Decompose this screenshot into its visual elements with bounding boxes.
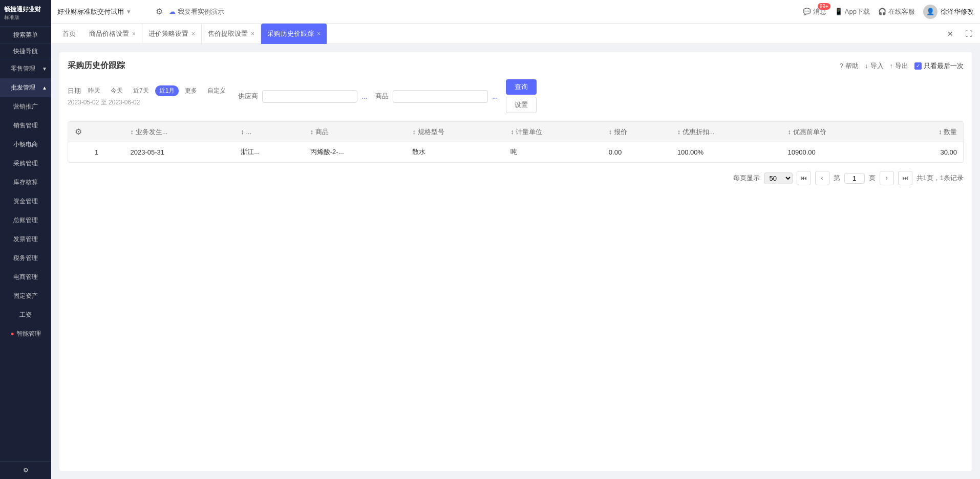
help-button[interactable]: ? 帮助: [840, 61, 859, 71]
table-header-unit-price[interactable]: ↕ 优惠前单价: [782, 122, 895, 142]
date-filter-group: 日期 昨天 今天 近7天 近1月 更多 自定义 2023-05-02 至 202…: [68, 85, 230, 107]
chevron-up-icon: ▲: [42, 85, 47, 91]
data-table: ⚙ ↕ 业务发生... ↕ ...: [68, 121, 964, 163]
page-suffix: 页: [869, 173, 876, 183]
query-button[interactable]: 查询: [506, 79, 537, 95]
page-actions: ? 帮助 ↓ 导入 ↑ 导出 ✓ 只看最后一次: [840, 61, 964, 71]
row-extra: 浙江...: [235, 142, 304, 162]
tab-close-icon[interactable]: ×: [251, 30, 254, 37]
table-header-index: [89, 122, 124, 142]
date-option-more[interactable]: 更多: [181, 85, 201, 96]
row-unit: 吨: [504, 142, 603, 162]
table-header-quantity[interactable]: ↕ 数量: [894, 122, 963, 142]
logo-subtitle: 标准版: [4, 14, 41, 21]
sidebar-item-ecommerce-small[interactable]: 小畅电商: [0, 135, 51, 154]
tab-history-price[interactable]: 采购历史价跟踪 ×: [261, 24, 327, 44]
sidebar-item-assets[interactable]: 固定资产: [0, 287, 51, 306]
table-header-settings[interactable]: ⚙: [68, 122, 89, 142]
date-option-yesterday[interactable]: 昨天: [84, 85, 104, 96]
export-button[interactable]: ↑ 导出: [890, 61, 909, 71]
tab-close-icon[interactable]: ×: [317, 30, 321, 37]
tab-close-icon[interactable]: ×: [191, 30, 195, 37]
table-header-discount[interactable]: ↕ 优惠折扣...: [671, 122, 782, 142]
prev-page-button[interactable]: ‹: [815, 171, 829, 185]
topbar-right: 💬 消息 99+ 📱 App下载 🎧 在线客服 👤 徐泽华修改: [803, 5, 974, 19]
table-header-extra[interactable]: ↕ ...: [235, 122, 304, 142]
sidebar-item-wholesale[interactable]: 批发管理 ▲: [0, 78, 51, 97]
sidebar-item-inventory[interactable]: 库存核算: [0, 173, 51, 192]
row-product: 丙烯酸-2-...: [304, 142, 407, 162]
product-more-btn[interactable]: ...: [492, 93, 498, 100]
sidebar-item-smart[interactable]: ●智能管理: [0, 324, 51, 343]
sidebar-item-ecommerce[interactable]: 电商管理: [0, 268, 51, 287]
sidebar-search[interactable]: 搜索菜单: [0, 27, 51, 44]
sidebar-item-marketing[interactable]: 营销推广: [0, 97, 51, 116]
user-info[interactable]: 👤 徐泽华修改: [923, 5, 974, 19]
customer-service-button[interactable]: 🎧 在线客服: [878, 7, 915, 16]
tab-sale-price[interactable]: 售价提取设置 ×: [202, 24, 261, 44]
tabbar: 首页 商品价格设置 × 进价策略设置 × 售价提取设置 × 采购历史价跟踪 × …: [51, 24, 980, 44]
table-header-product[interactable]: ↕ 商品: [304, 122, 407, 142]
tab-close-icon[interactable]: ×: [132, 30, 136, 37]
red-dot-icon: ●: [10, 330, 14, 337]
sidebar-item-ledger[interactable]: 总账管理: [0, 211, 51, 230]
sidebar-quick-nav[interactable]: 快捷导航: [0, 44, 51, 59]
product-filter-label: 商品: [375, 92, 389, 101]
settings-filter-button[interactable]: 设置: [506, 97, 537, 113]
supplier-input[interactable]: [262, 90, 357, 103]
tab-product-price[interactable]: 商品价格设置 ×: [83, 24, 142, 44]
message-icon: 💬: [803, 8, 811, 15]
pagination-total: 共1页，1条记录: [917, 173, 964, 183]
sidebar: 畅捷通好业财 标准版 搜索菜单 快捷导航 零售管理 ▼ 批发管理 ▲ 营销推广 …: [0, 0, 51, 479]
expand-tab-button[interactable]: ⛶: [962, 27, 976, 41]
last-only-checkbox[interactable]: ✓ 只看最后一次: [914, 61, 964, 71]
pagination: 每页显示 50 10 20 100 ⏮ ‹ 第 页 › ⏭ 共1页，1条记录: [68, 171, 964, 185]
supplier-more-btn[interactable]: ...: [361, 93, 367, 100]
tab-purchase-strategy[interactable]: 进价策略设置 ×: [142, 24, 202, 44]
page-title: 采购历史价跟踪: [68, 60, 125, 71]
checkbox-checked-icon: ✓: [914, 62, 922, 70]
service-label: 在线客服: [888, 7, 915, 16]
phone-icon: 📱: [835, 8, 843, 15]
topbar-settings-button[interactable]: ⚙: [156, 7, 163, 16]
last-page-button[interactable]: ⏭: [898, 171, 912, 185]
next-page-button[interactable]: ›: [880, 171, 894, 185]
sidebar-item-finance[interactable]: 资金管理: [0, 192, 51, 211]
product-input[interactable]: [393, 90, 488, 103]
filter-bar: 日期 昨天 今天 近7天 近1月 更多 自定义 2023-05-02 至 202…: [68, 79, 964, 113]
sidebar-item-tax[interactable]: 税务管理: [0, 249, 51, 268]
table-header-unit[interactable]: ↕ 计量单位: [504, 122, 603, 142]
sidebar-item-sales[interactable]: 销售管理: [0, 116, 51, 135]
row-gear: [68, 142, 89, 162]
row-date: 2023-05-31: [124, 142, 235, 162]
page-input[interactable]: [844, 173, 865, 184]
sidebar-logo: 畅捷通好业财 标准版: [0, 0, 51, 27]
sidebar-settings-icon[interactable]: ⚙: [0, 461, 51, 479]
table-header-spec[interactable]: ↕ 规格型号: [406, 122, 504, 142]
demo-link[interactable]: ☁ 我要看实例演示: [169, 7, 224, 16]
date-option-today[interactable]: 今天: [106, 85, 127, 96]
table-header-price[interactable]: ↕ 报价: [603, 122, 671, 142]
import-button[interactable]: ↓ 导入: [865, 61, 884, 71]
first-page-button[interactable]: ⏮: [797, 171, 811, 185]
table-header-date[interactable]: ↕ 业务发生...: [124, 122, 235, 142]
version-selector[interactable]: 好业财标准版交付试用 ▾: [57, 7, 150, 16]
date-option-custom[interactable]: 自定义: [203, 85, 230, 96]
date-option-1month[interactable]: 近1月: [155, 85, 179, 96]
per-page-label: 每页显示: [733, 173, 760, 183]
sidebar-item-invoice[interactable]: 发票管理: [0, 230, 51, 249]
date-option-7days[interactable]: 近7天: [129, 85, 153, 96]
topbar: 好业财标准版交付试用 ▾ ⚙ ☁ 我要看实例演示 💬 消息 99+ 📱 App下…: [51, 0, 980, 24]
app-download-button[interactable]: 📱 App下载: [835, 7, 870, 16]
sidebar-item-salary[interactable]: 工资: [0, 306, 51, 324]
close-tab-button[interactable]: ✕: [943, 27, 957, 41]
sidebar-item-retail[interactable]: 零售管理 ▼: [0, 59, 51, 78]
row-price: 0.00: [603, 142, 671, 162]
row-discount: 100.00%: [671, 142, 782, 162]
tab-home[interactable]: 首页: [55, 24, 83, 44]
per-page-select[interactable]: 50 10 20 100: [764, 172, 793, 184]
chevron-down-icon: ▾: [127, 8, 131, 15]
sidebar-item-purchase[interactable]: 采购管理: [0, 154, 51, 173]
message-button[interactable]: 💬 消息 99+: [803, 7, 826, 16]
column-settings-icon[interactable]: ⚙: [75, 127, 82, 136]
